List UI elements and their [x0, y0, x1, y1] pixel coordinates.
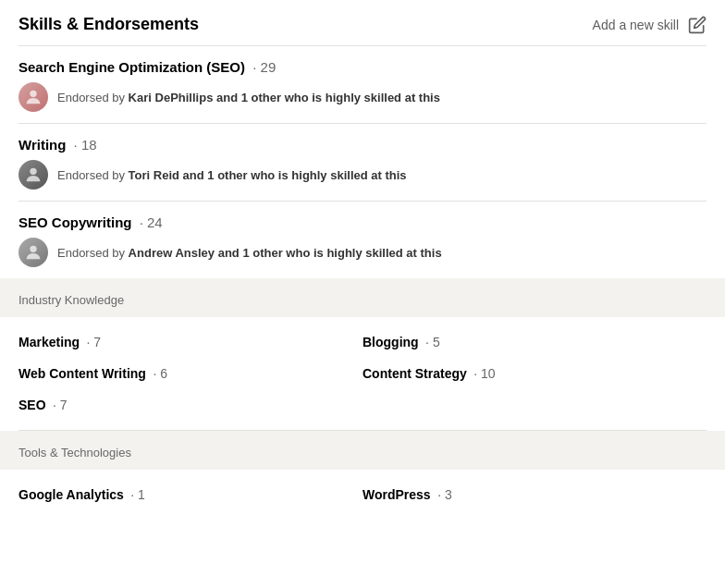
skill-name: SEO: [18, 398, 46, 412]
skill-marketing: Marketing · 7: [18, 326, 362, 358]
skill-empty: [362, 389, 707, 421]
skill-name: Search Engine Optimization (SEO): [18, 59, 245, 75]
endorsed-by-label: Endorsed by: [57, 168, 129, 182]
header-actions: Add a new skill: [593, 16, 707, 34]
skill-item-seo-copywriting: SEO Copywriting · 24 Endorsed by Andrew …: [0, 202, 725, 278]
skill-wordpress: WordPress · 3: [362, 479, 707, 510]
skill-count: · 18: [69, 137, 96, 153]
skill-blogging: Blogging · 5: [362, 326, 707, 358]
endorsed-by-label: Endorsed by: [57, 246, 129, 260]
page-header: Skills & Endorsements Add a new skill: [0, 0, 725, 45]
skills-endorsements-page: Skills & Endorsements Add a new skill Se…: [0, 0, 725, 520]
endorsement-text: Endorsed by Tori Reid and 1 other who is…: [57, 168, 407, 182]
skill-seo: SEO · 7: [18, 389, 362, 421]
svg-point-2: [30, 246, 36, 252]
skill-name: WordPress: [362, 487, 431, 502]
endorser-name: Tori Reid and 1 other who is highly skil…: [129, 168, 407, 182]
skill-count: · 10: [473, 366, 495, 381]
skill-name: SEO Copywriting: [18, 214, 132, 230]
svg-point-1: [30, 168, 36, 175]
skill-name: Google Analytics: [18, 487, 124, 502]
industry-knowledge-section-header: Industry Knowledge: [0, 278, 725, 317]
add-skill-link[interactable]: Add a new skill: [593, 18, 679, 32]
skill-name: Marketing: [18, 335, 80, 349]
skill-count: · 7: [87, 335, 102, 349]
endorsement-text: Endorsed by Kari DePhillips and 1 other …: [57, 91, 440, 104]
endorsement-text: Endorsed by Andrew Ansley and 1 other wh…: [57, 246, 442, 260]
skill-count: · 3: [437, 487, 452, 502]
endorser-name: Kari DePhillips and 1 other who is highl…: [129, 91, 440, 104]
skill-web-content-writing: Web Content Writing · 6: [18, 358, 362, 389]
page-title: Skills & Endorsements: [18, 15, 199, 34]
skill-item-seo: Search Engine Optimization (SEO) · 29 En…: [0, 46, 725, 123]
endorsed-by-label: Endorsed by: [57, 91, 129, 104]
skill-header: Writing · 18: [18, 137, 707, 153]
endorsement-row: Endorsed by Kari DePhillips and 1 other …: [18, 82, 707, 112]
skill-name: Web Content Writing: [18, 366, 146, 381]
svg-point-0: [30, 91, 36, 97]
skill-item-writing: Writing · 18 Endorsed by Tori Reid and 1…: [0, 124, 725, 201]
tools-technologies-section-header: Tools & Technologies: [0, 431, 725, 470]
skill-content-strategy: Content Strategy · 10: [362, 358, 707, 389]
skill-header: SEO Copywriting · 24: [18, 214, 707, 230]
endorsement-row: Endorsed by Andrew Ansley and 1 other wh…: [18, 238, 707, 267]
skill-google-analytics: Google Analytics · 1: [18, 479, 362, 510]
skill-count: · 7: [53, 398, 68, 412]
skill-count: · 5: [425, 335, 440, 349]
endorser-name: Andrew Ansley and 1 other who is highly …: [129, 246, 442, 260]
skill-name: Writing: [18, 137, 66, 153]
skill-header: Search Engine Optimization (SEO) · 29: [18, 59, 707, 75]
skill-count: · 1: [130, 487, 145, 502]
skill-count: · 6: [153, 366, 167, 381]
avatar: [18, 82, 48, 112]
section-label: Industry Knowledge: [18, 293, 124, 307]
avatar: [18, 238, 48, 267]
tools-technologies-grid: Google Analytics · 1 WordPress · 3: [0, 470, 725, 520]
avatar: [18, 160, 48, 190]
edit-icon[interactable]: [688, 16, 707, 34]
section-label: Tools & Technologies: [18, 446, 131, 459]
industry-knowledge-grid: Marketing · 7 Blogging · 5 Web Content W…: [0, 317, 725, 430]
skill-count: · 24: [136, 214, 163, 230]
skill-name: Content Strategy: [362, 366, 467, 381]
skill-count: · 29: [249, 59, 276, 75]
endorsement-row: Endorsed by Tori Reid and 1 other who is…: [18, 160, 707, 190]
skill-name: Blogging: [362, 335, 419, 349]
